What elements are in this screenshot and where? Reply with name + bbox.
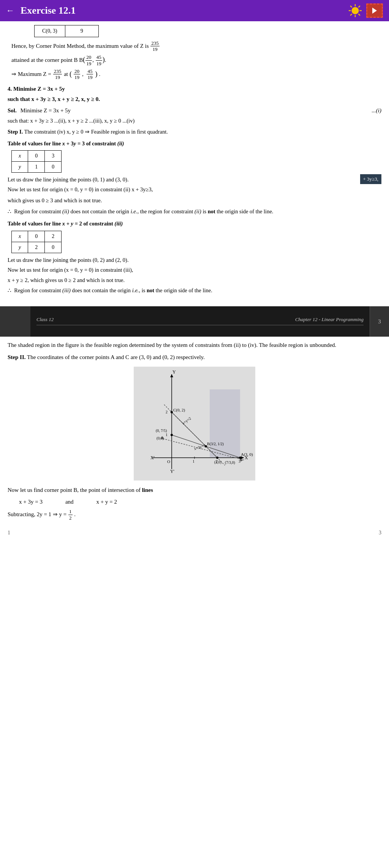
bottom-page-nav: 1 3	[8, 528, 381, 537]
svg-text:Y': Y'	[170, 469, 174, 474]
table2: x 0 2 y 2 0	[11, 231, 62, 253]
bottom-page-prev[interactable]: 1	[8, 528, 10, 537]
play-button[interactable]	[366, 3, 383, 18]
svg-text:A(3, 0): A(3, 0)	[241, 452, 253, 457]
footer-right-block: 3	[370, 306, 389, 337]
svg-line-5	[350, 6, 352, 7]
hence-line: Hence, by Corner Point Method, the maxim…	[11, 40, 381, 52]
t2-r0: y	[12, 242, 28, 253]
max-frac-num: 235	[150, 40, 160, 47]
svg-text:C(0, 2): C(0, 2)	[173, 408, 185, 413]
origin-test2b: x + y ≥ 2, which gives us 0 ≥ 2 and whic…	[8, 276, 381, 285]
t1-r2: 0	[45, 162, 62, 173]
svg-line-6	[359, 14, 360, 16]
page-footer: Class 12 Chapter 12 - Linear Programming…	[0, 306, 389, 337]
svg-text:O: O	[167, 459, 170, 464]
table1-title: Table of values for line x + 3y = 3 of c…	[8, 139, 381, 148]
bottom-lines: Now let us find corner point B, the poin…	[8, 485, 381, 521]
footer-class: Class 12	[36, 317, 54, 323]
eq1: x + 3y = 3	[19, 497, 43, 507]
sub-frac: 1 2	[68, 509, 73, 521]
header: ← Exercise 12.1	[0, 0, 389, 21]
maxz-frac: 235 19	[53, 68, 62, 80]
line2-text: Let us draw the line joining the points …	[8, 255, 381, 265]
header-icons	[348, 3, 383, 18]
maxz-at: at	[64, 69, 68, 79]
hence-text: Hence, by Corner Point Method, the maxim…	[11, 43, 149, 49]
such-that-line: such that: x + 3y ≥ 3 ...(ii), x + y ≥ 2…	[8, 116, 381, 126]
svg-line-7	[359, 6, 360, 7]
graph-svg: X X' Y Y' A(3, 0) C(0, 2) B(3/	[134, 367, 255, 480]
svg-text:B(3/2, 1/2): B(3/2, 1/2)	[207, 442, 224, 446]
svg-marker-13	[170, 374, 173, 377]
svg-text:(7/3,0): (7/3,0)	[225, 460, 235, 465]
maxz-point-frac2: 4519	[87, 68, 93, 80]
attained-frac2: 4519	[96, 54, 102, 66]
table1: x 0 3 y 1 0	[11, 150, 62, 173]
table2-container: x 0 2 y 2 0	[11, 231, 381, 253]
max-frac-den: 19	[152, 46, 158, 52]
q4-constraint: such that x + 3y ≥ 3, x + y ≥ 2, x, y ≥ …	[8, 95, 381, 104]
eq2: x + y = 2	[96, 497, 117, 507]
t2-h2: 2	[45, 231, 62, 242]
subtracting-line: Subtracting, 2y = 1 ⇒ y = 1 2 .	[8, 509, 381, 521]
region2-line: ∴ Region for constraint (iii) does not c…	[8, 286, 381, 295]
sol-text: Minimise Z = 3x + 5y	[21, 106, 71, 116]
equation-line: x + 3y = 3 and x + y = 2	[19, 497, 381, 507]
top-table-row: C(0, 3) 9	[34, 25, 381, 37]
svg-marker-12	[241, 456, 244, 459]
maxz-point-frac1: 2019	[74, 68, 80, 80]
footer-row: Class 12 Chapter 12 - Linear Programming	[36, 317, 364, 325]
svg-point-0	[352, 7, 359, 14]
footer-left-block	[0, 306, 30, 337]
attained-frac1: 2019	[85, 54, 92, 66]
origin-test2: Now let us test for origin (x = 0, y = 0…	[8, 265, 381, 275]
step2-bold: Step II.	[8, 354, 26, 360]
sol-label: Sol.	[8, 106, 17, 116]
page1-content: C(0, 3) 9 Hence, by Corner Point Method,…	[0, 25, 389, 295]
bottom-page-next[interactable]: 3	[379, 528, 381, 537]
top-table: C(0, 3) 9	[34, 25, 99, 37]
q4-title: 4. Minimise Z = 3x + 5y	[8, 84, 381, 94]
t1-h2: 3	[45, 151, 62, 162]
svg-point-44	[216, 457, 218, 459]
play-triangle-icon	[372, 8, 377, 14]
svg-line-8	[350, 14, 352, 16]
step1-bold: Step I.	[8, 129, 23, 135]
sol-number: ...(i)	[372, 106, 381, 116]
page-title: Exercise 12.1	[21, 5, 348, 16]
and-label: and	[65, 497, 74, 507]
graph-area: X X' Y Y' A(3, 0) C(0, 2) B(3/	[134, 367, 255, 480]
line1-text: Let us draw the line joining the points …	[8, 175, 381, 184]
table1-container: x 0 3 y 1 0	[11, 150, 381, 173]
max-fraction: 235 19	[150, 40, 160, 52]
sun-icon	[348, 3, 362, 18]
svg-marker-9	[210, 389, 240, 458]
attained-line: attained at the corner point B B(2019, 4…	[11, 54, 381, 67]
svg-text:Y: Y	[172, 369, 176, 375]
t1-r0: y	[12, 162, 28, 173]
back-button[interactable]: ←	[6, 6, 14, 16]
svg-text:(2,0): (2,0)	[214, 460, 221, 465]
t1-h1: 0	[28, 151, 45, 162]
maxz-line: ⇒ Maximum Z = 235 19 at (2019, 4519).	[11, 68, 381, 80]
svg-text:1: 1	[166, 433, 168, 437]
attained-text: attained at the corner point B	[11, 57, 78, 63]
t1-r1: 1	[28, 162, 45, 173]
origin-result1: which gives us 0 ≥ 3 and which is not tr…	[8, 196, 381, 205]
top-cell-2: 9	[65, 25, 98, 37]
svg-text:X': X'	[150, 455, 155, 460]
maxz-arrow: ⇒	[11, 69, 16, 79]
table2-title: Table of values for line x + y = 2 of co…	[8, 219, 381, 228]
step1-line: Step I. The constraint (iv) x, y ≥ 0 ⇒ F…	[8, 127, 381, 137]
step2-text: The coordinates of the corner points A a…	[27, 354, 205, 360]
svg-text:1: 1	[193, 459, 194, 463]
sol-line: Sol. Minimise Z = 3x + 5y ...(i)	[8, 106, 381, 116]
svg-text:x+y=2: x+y=2	[181, 416, 192, 425]
footer-chapter: Chapter 12 - Linear Programming	[295, 317, 364, 323]
footer-page-num: 3	[378, 318, 381, 325]
t2-h1: 0	[28, 231, 45, 242]
t2-r2: 0	[45, 242, 62, 253]
top-cell-1: C(0, 3)	[35, 25, 65, 37]
step2-line: Step II. The coordinates of the corner p…	[8, 353, 381, 362]
